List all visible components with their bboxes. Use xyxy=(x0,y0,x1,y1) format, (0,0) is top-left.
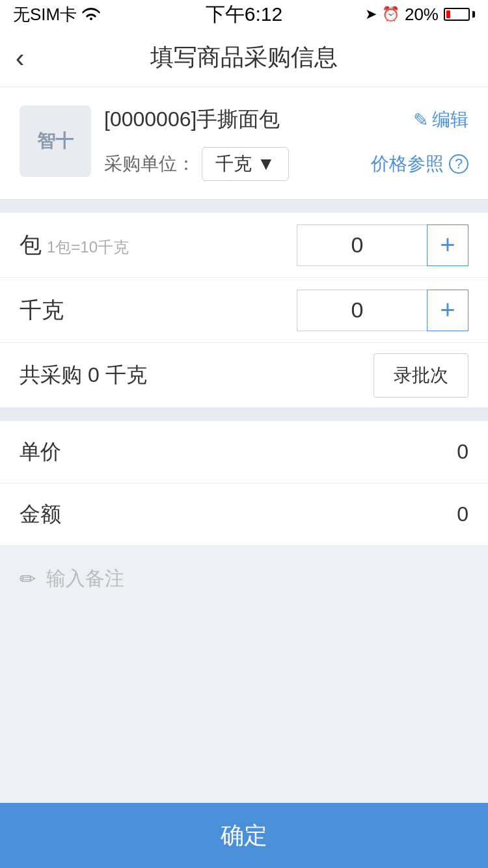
unit-select-dropdown[interactable]: 千克 ▼ xyxy=(202,147,289,181)
amount-row: 金额 0 xyxy=(0,483,488,546)
bag-label: 包1包=10千克 xyxy=(20,230,297,260)
status-time: 下午6:12 xyxy=(206,1,282,28)
location-icon: ➤ xyxy=(365,6,377,23)
unit-price-row: 单价 0 xyxy=(0,421,488,483)
section-divider-2 xyxy=(0,408,488,421)
page-title: 填写商品采购信息 xyxy=(150,42,338,74)
unit-prefix: 采购单位： xyxy=(104,152,195,176)
bag-input-row: 包1包=10千克 + xyxy=(0,213,488,278)
product-title-row: [0000006]手撕面包 ✎ 编辑 xyxy=(104,105,468,134)
remark-section[interactable]: ✏ 输入备注 xyxy=(0,546,488,612)
product-name: [0000006]手撕面包 xyxy=(104,105,280,134)
edit-icon: ✎ xyxy=(413,109,428,131)
status-left: 无SIM卡 xyxy=(13,3,100,26)
battery-indicator xyxy=(444,8,475,21)
unit-price-label: 单价 xyxy=(20,438,61,467)
product-info: [0000006]手撕面包 ✎ 编辑 采购单位： 千克 ▼ 价格参照 ? xyxy=(104,105,468,181)
bag-plus-button[interactable]: + xyxy=(427,224,468,266)
product-thumbnail: 智十 xyxy=(20,105,91,177)
remark-placeholder: 输入备注 xyxy=(46,565,124,592)
dropdown-arrow-icon: ▼ xyxy=(257,154,275,174)
nav-bar: ‹ 填写商品采购信息 xyxy=(0,29,488,87)
alarm-icon: ⏰ xyxy=(382,6,400,23)
price-ref-label: 价格参照 xyxy=(371,152,444,176)
bag-sublabel: 1包=10千克 xyxy=(47,238,129,256)
product-card: 智十 [0000006]手撕面包 ✎ 编辑 采购单位： 千克 ▼ 价格参照 ? xyxy=(0,87,488,200)
bag-qty-input[interactable] xyxy=(297,224,427,266)
product-thumb-text: 智十 xyxy=(37,129,74,154)
summary-row: 共采购 0 千克 录批次 xyxy=(0,343,488,408)
status-bar: 无SIM卡 下午6:12 ➤ ⏰ 20% xyxy=(0,0,488,29)
carrier-text: 无SIM卡 xyxy=(13,3,77,26)
battery-percent: 20% xyxy=(405,5,439,25)
kg-label: 千克 xyxy=(20,295,297,325)
amount-value: 0 xyxy=(457,502,468,526)
section-divider-1 xyxy=(0,200,488,213)
confirm-button[interactable]: 确定 xyxy=(0,803,488,868)
unit-price-value: 0 xyxy=(457,440,468,464)
batch-button[interactable]: 录批次 xyxy=(373,353,468,398)
wifi-icon xyxy=(82,5,100,25)
kg-plus-button[interactable]: + xyxy=(427,290,468,331)
kg-qty-wrap: + xyxy=(297,290,468,331)
input-section: 包1包=10千克 + 千克 + xyxy=(0,213,488,343)
remark-pencil-icon: ✏ xyxy=(20,567,36,590)
kg-input-row: 千克 + xyxy=(0,278,488,343)
kg-qty-input[interactable] xyxy=(297,290,427,331)
amount-label: 金额 xyxy=(20,500,61,529)
price-reference-button[interactable]: 价格参照 ? xyxy=(371,152,468,176)
edit-button[interactable]: ✎ 编辑 xyxy=(413,107,468,132)
bag-qty-wrap: + xyxy=(297,224,468,266)
status-right: ➤ ⏰ 20% xyxy=(365,5,475,25)
edit-label: 编辑 xyxy=(432,107,468,132)
unit-row: 采购单位： 千克 ▼ 价格参照 ? xyxy=(104,147,468,181)
info-icon: ? xyxy=(449,154,468,174)
back-button[interactable]: ‹ xyxy=(16,45,24,71)
price-section: 单价 0 金额 0 xyxy=(0,421,488,546)
summary-text: 共采购 0 千克 xyxy=(20,361,147,390)
unit-value: 千克 xyxy=(215,152,252,176)
